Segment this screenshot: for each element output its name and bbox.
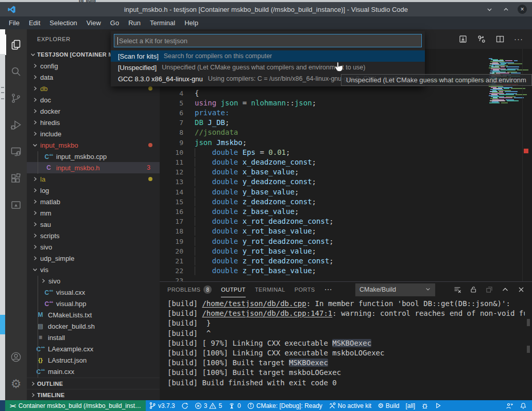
run-tasks-icon[interactable] xyxy=(476,34,487,44)
maximize-panel-icon[interactable] xyxy=(501,285,510,294)
tree-item-mm[interactable]: mm xyxy=(27,207,160,219)
tree-item-input_mskbo[interactable]: input_mskbo xyxy=(27,139,160,151)
panel-tab-terminal[interactable]: TERMINAL xyxy=(255,282,285,297)
tree-item-input_mskbo.cpp[interactable]: C++input_mskbo.cpp xyxy=(27,151,160,162)
panel-scrollbar-mark[interactable] xyxy=(527,319,530,326)
status-problems[interactable]: 35 xyxy=(192,400,225,411)
quickpick-input[interactable]: Select a Kit for testjson xyxy=(114,34,422,47)
activity-explorer-icon[interactable] xyxy=(5,31,27,58)
activity-extensions-icon[interactable] xyxy=(5,165,27,192)
tree-item-visual.hpp[interactable]: C++visual.hpp xyxy=(27,298,160,309)
line-number: 13 xyxy=(160,177,183,187)
menu-run[interactable]: Run xyxy=(124,19,145,27)
panel-tab-problems[interactable]: PROBLEMS8 xyxy=(167,282,212,297)
status-cmake-status[interactable]: CMake: [Debug]: Ready xyxy=(244,400,325,411)
line-number: 16 xyxy=(160,207,183,217)
menu-selection[interactable]: Selection xyxy=(45,19,81,27)
tree-item-docker_build.sh[interactable]: ▤docker_build.sh xyxy=(27,320,160,332)
code-text: double y_rot_base_value; xyxy=(195,246,316,256)
output-line: [build] [100%] Built target MSKBOexec xyxy=(167,358,525,368)
tree-item-LAexample.cxx[interactable]: C++LAexample.cxx xyxy=(27,343,160,354)
activity-search-icon[interactable] xyxy=(5,58,27,85)
tree-item-la[interactable]: la xyxy=(27,173,160,185)
panel-scrollbar-mark[interactable] xyxy=(527,346,530,353)
tree-item-label: visual.hpp xyxy=(56,300,87,308)
window-maximize-button[interactable] xyxy=(501,5,510,14)
activity-artifacts-icon[interactable] xyxy=(5,192,27,219)
line-number: 20 xyxy=(160,246,183,256)
tree-item-sivo[interactable]: sivo xyxy=(27,241,160,253)
tree-item-docker[interactable]: docker xyxy=(27,105,160,117)
background-window-edge xyxy=(0,29,5,411)
tree-item-main.cxx[interactable]: C++main.cxx xyxy=(27,366,160,377)
tree-item-install[interactable]: ≡install xyxy=(27,332,160,343)
bug-icon xyxy=(421,402,428,409)
ports-icon xyxy=(228,402,235,409)
output-console[interactable]: [build] /home/testjson/db/db.cpp: In mem… xyxy=(160,297,525,399)
tree-item-visual.cxx[interactable]: C++visual.cxx xyxy=(27,287,160,298)
kit-option[interactable]: [Unspecified]Unspecified (Let CMake gues… xyxy=(111,62,425,73)
activity-accounts-icon[interactable] xyxy=(5,344,27,370)
tree-item-scripts[interactable]: scripts xyxy=(27,230,160,241)
outline-section[interactable]: OUTLINE xyxy=(27,378,160,389)
clear-output-icon[interactable] xyxy=(453,285,462,294)
split-editor-icon[interactable] xyxy=(495,34,505,44)
menubar: FileEditSelectionViewGoRunTerminalHelp xyxy=(0,16,532,29)
activity-source-control-icon[interactable] xyxy=(5,85,27,112)
code-text: double y_base_value; xyxy=(195,187,299,197)
more-tabs-icon[interactable]: ⋯ xyxy=(324,282,332,297)
status-git-branch[interactable]: v3.7.3 xyxy=(146,400,178,411)
tree-item-matlab[interactable]: matlab xyxy=(27,196,160,207)
remote-indicator[interactable]: >< Container mskbo_build (/mskbo_build_i… xyxy=(5,400,146,411)
tree-item-include[interactable]: include xyxy=(27,128,160,139)
status-cmake-debug[interactable] xyxy=(418,400,432,411)
tree-item-CMakeLists.txt[interactable]: MCMakeLists.txt xyxy=(27,309,160,320)
tree-item-udp_simple[interactable]: udp_simple xyxy=(27,253,160,264)
titlebar[interactable]: input_mskbo.h - testjson [Container mskb… xyxy=(0,2,532,16)
tree-item-label: db xyxy=(40,85,47,93)
code-text: { xyxy=(195,88,199,98)
menu-file[interactable]: File xyxy=(4,19,24,27)
status-cmake-launch[interactable] xyxy=(432,400,444,411)
tree-item-doc[interactable]: doc xyxy=(27,94,160,105)
lock-scrolling-icon[interactable] xyxy=(469,285,478,294)
kit-tooltip-text: Unspecified (Let CMake guess what compil… xyxy=(346,76,526,84)
activity-settings-icon[interactable]: ⚙ xyxy=(5,370,27,397)
menu-edit[interactable]: Edit xyxy=(24,19,45,27)
menu-help[interactable]: Help xyxy=(180,19,203,27)
status-notifications[interactable] xyxy=(517,400,530,411)
tree-item-sivo[interactable]: sivo xyxy=(27,275,160,287)
tree-item-hiredis[interactable]: hiredis xyxy=(27,117,160,128)
tree-item-sau[interactable]: sau xyxy=(27,219,160,230)
status-sync[interactable] xyxy=(178,400,192,411)
status-build-target[interactable]: [all] xyxy=(403,400,419,411)
panel-tab-ports[interactable]: PORTS xyxy=(295,282,315,297)
window-shade-button[interactable] xyxy=(485,5,494,14)
menu-view[interactable]: View xyxy=(82,19,106,27)
status-feedback[interactable] xyxy=(503,400,517,411)
panel-tab-output[interactable]: OUTPUT xyxy=(221,282,246,297)
panel-header: PROBLEMS8OUTPUTTERMINALPORTS⋯ CMake/Buil… xyxy=(160,282,532,297)
minimap[interactable] xyxy=(488,58,521,135)
output-channel-select[interactable]: CMake/Build xyxy=(355,283,435,296)
status-cmake-build[interactable]: ⚙Build xyxy=(374,400,402,411)
status-active-kit[interactable]: No active kit xyxy=(325,400,374,411)
window-close-button[interactable]: × xyxy=(518,5,527,14)
tree-item-LAstruct.json[interactable]: {}LAstruct.json xyxy=(27,354,160,366)
activity-run-and-debug-icon[interactable] xyxy=(5,112,27,138)
tree-item-vis[interactable]: vis xyxy=(27,264,160,275)
tree-item-input_mskbo.h[interactable]: Cinput_mskbo.h3 xyxy=(27,162,160,173)
cmake-build-icon[interactable] xyxy=(458,34,468,44)
tree-item-label: la xyxy=(40,175,45,183)
menu-terminal[interactable]: Terminal xyxy=(145,19,180,27)
tree-item-log[interactable]: log xyxy=(27,185,160,196)
line-number: 17 xyxy=(160,217,183,226)
more-actions-icon[interactable]: ··· xyxy=(513,34,524,44)
open-output-in-editor-icon[interactable] xyxy=(485,285,494,294)
menu-go[interactable]: Go xyxy=(106,19,124,27)
kit-option[interactable]: [Scan for kits]Search for compilers on t… xyxy=(111,50,425,62)
close-panel-icon[interactable] xyxy=(517,285,526,294)
status-forwarded-ports[interactable]: 0 xyxy=(225,400,244,411)
activity-remote-explorer-icon[interactable] xyxy=(5,138,27,165)
timeline-section[interactable]: TIMELINE xyxy=(27,389,160,400)
